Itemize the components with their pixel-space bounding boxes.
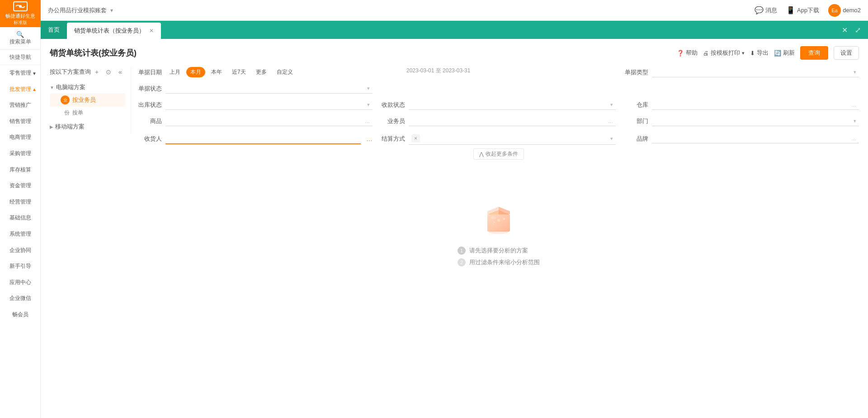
sidebar-item-operation[interactable]: 经营管理 bbox=[0, 194, 40, 210]
topbar-dropdown-icon[interactable]: ▾ bbox=[110, 7, 113, 14]
warehouse-select[interactable]: … bbox=[652, 100, 859, 110]
page-header: 销货单统计表(按业务员) ❓ 帮助 🖨 按模板打印 ▾ ⬇ 导出 bbox=[50, 46, 859, 60]
sidebar-item-system[interactable]: 系统管理 bbox=[0, 226, 40, 242]
sidebar-item-wholesale[interactable]: 批发管理 ▲ bbox=[0, 81, 40, 98]
doc-type-arrow: ▾ bbox=[854, 69, 856, 75]
payment-tag: × bbox=[411, 134, 420, 142]
svg-point-5 bbox=[491, 216, 496, 219]
finance-label: 资金管理 bbox=[9, 182, 31, 189]
tab-report[interactable]: 销货单统计表（按业务员） ✕ bbox=[67, 23, 161, 39]
help-btn[interactable]: ❓ 帮助 bbox=[677, 49, 698, 57]
user-menu-btn[interactable]: Ea demo2 bbox=[828, 4, 861, 17]
refresh-btn[interactable]: 🔄 刷新 bbox=[774, 49, 795, 57]
tab-close-icon[interactable]: ✕ bbox=[149, 28, 154, 34]
sidebar-item-marketing[interactable]: 营销推广 bbox=[0, 97, 40, 114]
sidebar-item-finance[interactable]: 资金管理 bbox=[0, 178, 40, 194]
brand-select[interactable]: … bbox=[652, 134, 859, 143]
sidebar-item-wechat[interactable]: 企业微信 bbox=[0, 290, 40, 307]
tab-report-label: 销货单统计表（按业务员） bbox=[74, 27, 145, 35]
sidebar-item-member[interactable]: 畅会员 bbox=[0, 307, 40, 323]
basic-label: 基础信息 bbox=[9, 214, 31, 221]
filter-warehouse: 仓库 … bbox=[625, 100, 859, 110]
settings-btn[interactable]: 设置 bbox=[834, 46, 859, 60]
scheme-group-pc: ▼ 电脑端方案 业 按业务员 份 按单 bbox=[50, 81, 125, 119]
mobile-group-arrow: ▶ bbox=[50, 124, 53, 129]
empty-state: 1 请先选择要分析的方案 2 用过滤条件来缩小分析范围 bbox=[138, 167, 859, 294]
sidebar: 畅捷通好生意 标准版 🔍 搜索菜单 快捷导航 零售管理 ▼ 批发管理 ▲ 营销推… bbox=[0, 0, 41, 418]
consignee-input[interactable] bbox=[165, 133, 361, 144]
wechat-label: 企业微信 bbox=[9, 295, 31, 301]
logo-subtext: 标准版 bbox=[14, 19, 27, 26]
tab-home[interactable]: 首页 bbox=[41, 21, 67, 39]
sidebar-logo[interactable]: 畅捷通好生意 标准版 bbox=[0, 0, 41, 27]
scheme-group-pc-header[interactable]: ▼ 电脑端方案 bbox=[50, 81, 125, 93]
filter-brand: 品牌 … bbox=[625, 133, 859, 145]
goods-arrow: … bbox=[365, 119, 370, 124]
sidebar-item-inventory[interactable]: 库存核算 bbox=[0, 162, 40, 178]
print-btn[interactable]: 🖨 按模板打印 ▾ bbox=[703, 49, 745, 57]
staff-select[interactable]: … bbox=[409, 117, 616, 126]
tab-close-window-btn[interactable]: ✕ bbox=[840, 25, 849, 35]
panel-refresh-btn[interactable]: ⊙ bbox=[104, 67, 113, 77]
staff-label: 业务员 bbox=[382, 117, 405, 125]
staff-scheme-label: 按业务员 bbox=[72, 96, 96, 104]
consignee-ellipsis[interactable]: … bbox=[366, 135, 373, 142]
collect-status-select[interactable]: ▾ bbox=[409, 100, 616, 110]
date-btn-more[interactable]: 更多 bbox=[252, 67, 271, 77]
goods-select[interactable]: … bbox=[165, 117, 373, 126]
sidebar-item-enterprise[interactable]: 企业协同 bbox=[0, 242, 40, 259]
out-status-select[interactable]: ▾ bbox=[165, 100, 373, 110]
refresh-icon: 🔄 bbox=[774, 50, 781, 57]
sidebar-item-purchase[interactable]: 采购管理 bbox=[0, 146, 40, 162]
collapse-btn[interactable]: ⋀ 收起更多条件 bbox=[473, 148, 524, 160]
empty-tip-1: 1 请先选择要分析的方案 bbox=[458, 247, 540, 255]
app-download-btn[interactable]: 📱 App下载 bbox=[786, 6, 819, 14]
msg-btn[interactable]: 💬 消息 bbox=[755, 6, 777, 14]
payment-select[interactable]: × ▾ bbox=[409, 133, 616, 145]
user-label: demo2 bbox=[843, 7, 861, 14]
collapse-label: 收起更多条件 bbox=[486, 150, 518, 158]
tab-maximize-btn[interactable]: ⤢ bbox=[853, 25, 863, 35]
payment-tag-close[interactable]: × bbox=[414, 135, 417, 142]
sidebar-item-retail[interactable]: 零售管理 ▼ bbox=[0, 65, 40, 81]
out-status-label: 出库状态 bbox=[138, 101, 162, 109]
scheme-group-mobile-header[interactable]: ▶ 移动端方案 bbox=[50, 121, 125, 133]
export-btn[interactable]: ⬇ 导出 bbox=[750, 49, 769, 57]
scheme-sub-by-order[interactable]: 份 按单 bbox=[50, 107, 125, 119]
collect-status-label: 收款状态 bbox=[382, 101, 405, 109]
msg-icon: 💬 bbox=[755, 6, 764, 14]
empty-tips: 1 请先选择要分析的方案 2 用过滤条件来缩小分析范围 bbox=[458, 247, 540, 266]
dept-select[interactable]: ▾ bbox=[652, 116, 859, 126]
sidebar-item-apps[interactable]: 应用中心 bbox=[0, 275, 40, 291]
sidebar-item-newbie[interactable]: 新手引导 bbox=[0, 258, 40, 275]
sidebar-item-sales[interactable]: 销售管理 bbox=[0, 114, 40, 130]
doc-status-select[interactable]: ▾ bbox=[165, 84, 373, 94]
panel-collapse-btn[interactable]: « bbox=[115, 67, 125, 77]
scheme-item-by-staff[interactable]: 业 按业务员 bbox=[50, 93, 125, 107]
app-label: App下载 bbox=[797, 6, 819, 14]
date-btn-last7[interactable]: 近7天 bbox=[228, 67, 250, 77]
filter-staff: 业务员 … bbox=[382, 116, 616, 126]
sidebar-item-ecommerce[interactable]: 电商管理 bbox=[0, 129, 40, 146]
tip-text-2: 用过滤条件来缩小分析范围 bbox=[469, 258, 540, 266]
date-btn-custom[interactable]: 自定义 bbox=[273, 67, 297, 77]
date-btn-this-month[interactable]: 本月 bbox=[186, 67, 205, 77]
staff-arrow: … bbox=[608, 119, 613, 124]
query-btn[interactable]: 查询 bbox=[800, 46, 828, 60]
search-menu-label: 搜索菜单 bbox=[9, 38, 31, 45]
panel-add-btn[interactable]: + bbox=[92, 67, 102, 77]
pc-group-label: 电脑端方案 bbox=[56, 83, 85, 91]
system-label: 系统管理 bbox=[9, 231, 31, 237]
svg-point-3 bbox=[503, 218, 505, 220]
date-btn-last-month[interactable]: 上月 bbox=[165, 67, 184, 77]
filter-collect-status: 收款状态 ▾ bbox=[382, 100, 616, 110]
date-btn-this-year[interactable]: 本年 bbox=[207, 67, 226, 77]
doc-type-select[interactable]: ▾ bbox=[652, 67, 859, 77]
right-panel: 单据日期 上月 本月 本年 近7天 更多 自定义 2023-03-0 bbox=[138, 67, 859, 294]
content-layout: 按以下方案查询 + ⊙ « bbox=[50, 67, 859, 294]
doc-type-label: 单据类型 bbox=[625, 68, 648, 76]
search-menu-btn[interactable]: 🔍 搜索菜单 bbox=[0, 27, 40, 50]
quick-nav-btn[interactable]: 快捷导航 bbox=[0, 50, 40, 65]
wholesale-label: 批发管理 bbox=[9, 86, 31, 92]
sidebar-item-basic[interactable]: 基础信息 bbox=[0, 210, 40, 226]
